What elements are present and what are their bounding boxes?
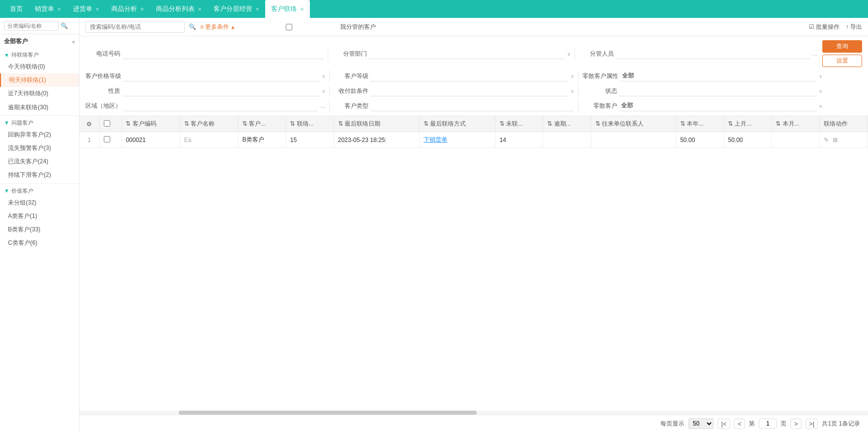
page-input[interactable]: [759, 419, 777, 429]
arrow-icon: ▼: [4, 120, 9, 126]
grid-icon[interactable]: ⊞: [833, 137, 838, 144]
person-input[interactable]: [616, 49, 810, 59]
nav-product-analysis[interactable]: 商品分析 ✕: [105, 0, 150, 18]
sidebar-item-today-contact[interactable]: 今天待联络(0): [0, 60, 79, 73]
table-header-row: ⚙ ⇅ 客户编码 ⇅ 客户名称 ⇅ 客户...: [79, 116, 868, 132]
set-button[interactable]: 设置: [822, 55, 862, 67]
nav-sales[interactable]: 销货单 ✕: [29, 0, 67, 18]
nav-customer-layering[interactable]: 客户分层经营 ✕: [208, 0, 265, 18]
col-contact-count: ⇅ 联络...: [286, 116, 334, 132]
customer-level-input[interactable]: [370, 71, 568, 81]
sidebar-group-value-customer[interactable]: ▼ 价值客户: [0, 185, 79, 196]
row-index: 1: [79, 132, 99, 148]
person-field: 分管人员 ...: [579, 49, 817, 59]
page-first-btn[interactable]: |<: [718, 419, 730, 429]
divider: [578, 70, 579, 82]
sidebar-item-class-b[interactable]: B类客户(33): [0, 223, 79, 236]
chevron-down-icon[interactable]: ∨: [322, 88, 325, 94]
sidebar-all-customers[interactable]: 全部客户 «: [0, 34, 79, 49]
sidebar-item-overdue-contact[interactable]: 逾期未联络(30): [0, 101, 79, 114]
page-size-select[interactable]: 50 100 200: [688, 418, 714, 429]
sidebar-group-problem-customer[interactable]: ▼ 问题客户: [0, 117, 79, 128]
adv-filter-row-2: 客户价格等级 ∨ 客户等级 ∨ 零散客户属性 ∨: [85, 70, 862, 82]
close-icon[interactable]: ✕: [140, 6, 144, 12]
nav-product-analysis-list[interactable]: 商品分析列表 ✕: [150, 0, 208, 18]
nav-home[interactable]: 首页: [4, 0, 29, 18]
customer-type-input[interactable]: [370, 101, 574, 111]
sidebar-item-declining[interactable]: 持续下滑客户(2): [0, 168, 79, 182]
row-contact-person: [591, 132, 676, 148]
close-icon[interactable]: ✕: [95, 6, 99, 12]
row-select-checkbox[interactable]: [104, 136, 110, 143]
page-last-btn[interactable]: >|: [805, 419, 818, 429]
search-icon[interactable]: 🔍: [189, 23, 196, 30]
payment-input[interactable]: [370, 86, 568, 96]
sidebar-item-class-a[interactable]: A类客户(1): [0, 210, 79, 223]
more-icon[interactable]: ...: [320, 102, 325, 109]
sidebar-search-icon[interactable]: 🔍: [61, 22, 68, 29]
col-customer-type: ⇅ 客户...: [238, 116, 286, 132]
chevron-down-icon[interactable]: ∨: [819, 88, 822, 94]
close-icon[interactable]: ✕: [57, 6, 61, 12]
col-settings[interactable]: ⚙: [79, 116, 99, 132]
col-customer-code: ⇅ 客户编码: [122, 116, 180, 132]
my-customers-checkbox[interactable]: 我分管的客户: [239, 23, 376, 31]
page-next-btn[interactable]: >: [791, 419, 801, 429]
nav-purchase[interactable]: 进货单 ✕: [67, 0, 105, 18]
sidebar-item-churned[interactable]: 已流失客户(24): [0, 155, 79, 168]
filter-bar: 🔍 ≡ 更多条件 ▲ 我分管的客户 ☑ 批量操作 ↑ 导出: [79, 18, 868, 36]
retail-attr-input[interactable]: [620, 71, 817, 81]
sort-icon: ⇅: [424, 120, 430, 127]
price-level-field: 客户价格等级 ∨: [85, 71, 325, 81]
retail-customer-input[interactable]: [619, 101, 817, 111]
price-level-input[interactable]: [123, 71, 320, 81]
row-this-month: [772, 132, 819, 148]
status-input[interactable]: [619, 86, 817, 96]
sidebar-item-ungrouped[interactable]: 未分组(32): [0, 196, 79, 210]
chevron-down-icon[interactable]: ∨: [571, 88, 574, 94]
customer-table: ⚙ ⇅ 客户编码 ⇅ 客户名称 ⇅ 客户...: [79, 116, 868, 148]
chevron-down-icon[interactable]: ∨: [819, 73, 822, 79]
chevron-down-icon[interactable]: ∨: [567, 51, 571, 57]
sidebar-item-class-c[interactable]: C类客户(6): [0, 236, 79, 250]
chevron-down-icon[interactable]: ∨: [819, 103, 822, 109]
scrollbar-thumb[interactable]: [179, 411, 477, 415]
close-icon[interactable]: ✕: [300, 6, 304, 12]
page-prev-btn[interactable]: <: [734, 419, 745, 429]
search-input[interactable]: [85, 21, 185, 33]
top-nav: 首页 销货单 ✕ 进货单 ✕ 商品分析 ✕ 商品分析列表 ✕ 客户分层经营 ✕ …: [0, 0, 868, 18]
divider: [578, 100, 579, 112]
sidebar-item-abnormal-repurchase[interactable]: 回购异常客户(2): [0, 128, 79, 142]
more-icon[interactable]: ...: [812, 50, 817, 57]
sort-icon: ⇅: [728, 120, 734, 127]
region-input[interactable]: [123, 101, 318, 111]
more-conditions-btn[interactable]: ≡ 更多条件 ▲: [200, 23, 235, 31]
sidebar-item-tomorrow-contact[interactable]: 明天待联络(1): [0, 73, 79, 87]
phone-input[interactable]: [122, 49, 324, 59]
export-btn[interactable]: ↑ 导出: [846, 23, 862, 31]
sidebar-item-churn-warning[interactable]: 流失预警客户(3): [0, 142, 79, 155]
batch-op-btn[interactable]: ☑ 批量操作: [809, 23, 840, 31]
close-icon[interactable]: ✕: [198, 6, 202, 12]
sidebar-group-pending-contact[interactable]: ▼ 待联络客户: [0, 49, 79, 60]
nav-customer-contact[interactable]: 客户联络 ✕: [265, 0, 310, 18]
dept-input[interactable]: [369, 49, 565, 59]
horizontal-scrollbar[interactable]: [79, 411, 868, 415]
select-all-checkbox[interactable]: [104, 120, 110, 127]
sidebar-item-7day-contact[interactable]: 近7天待联络(0): [0, 87, 79, 100]
adv-filter-row-4: 区域（地区） ... 客户类型 零散客户 ∨: [85, 100, 862, 112]
edit-icon[interactable]: ✎: [824, 137, 829, 144]
col-uncontacted: ⇅ 未联...: [495, 116, 543, 132]
row-last-method[interactable]: 下销货单: [419, 132, 495, 148]
row-checkbox[interactable]: [99, 132, 122, 148]
query-button[interactable]: 查询: [822, 40, 862, 53]
col-overdue: ⇅ 逾期...: [543, 116, 591, 132]
nature-input[interactable]: [122, 86, 320, 96]
sort-icon: ⇅: [290, 120, 296, 127]
sidebar-search-input[interactable]: [4, 21, 59, 31]
divider: [329, 70, 330, 82]
chevron-down-icon[interactable]: ∨: [322, 73, 325, 79]
chevron-down-icon[interactable]: ∨: [571, 73, 574, 79]
close-icon[interactable]: ✕: [255, 6, 259, 12]
col-contact-action: 联络动作: [819, 116, 868, 132]
